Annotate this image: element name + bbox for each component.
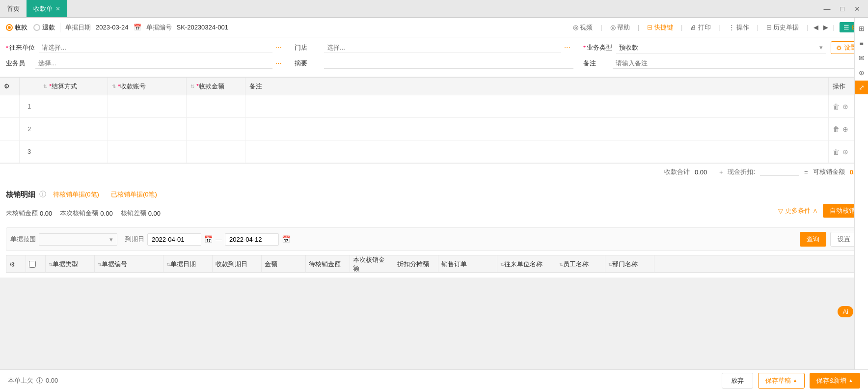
radio-receipt[interactable]: 收款 (6, 23, 27, 32)
form-row-2: 业务员 ··· 摘要 备注 (6, 58, 862, 69)
remark-input[interactable] (613, 58, 862, 69)
sidebar-mail-icon[interactable]: ✉ (855, 51, 868, 65)
range-select[interactable]: ▾ (39, 233, 117, 246)
remark-input-2[interactable] (249, 125, 824, 133)
cell-settle-1[interactable] (39, 95, 108, 117)
radio-receipt-label: 收款 (15, 23, 27, 32)
sidebar-clip-icon[interactable]: ⊕ (855, 66, 868, 80)
copy-icon-2[interactable]: ⊕ (842, 125, 848, 133)
salesperson-input[interactable] (35, 58, 272, 69)
remark-input-3[interactable] (249, 148, 824, 155)
nav-left-icon[interactable]: ◀ (814, 24, 818, 31)
help-btn[interactable]: ◎ 帮助 (607, 22, 633, 33)
delete-icon-3[interactable]: 🗑 (833, 148, 840, 156)
delete-icon-1[interactable]: 🗑 (833, 103, 840, 111)
shop-input[interactable] (324, 42, 561, 53)
gear-icon[interactable]: ⚙ (4, 83, 10, 90)
query-button[interactable]: 查询 (800, 232, 826, 247)
btcol-bill-type: ⇅ 单据类型 (46, 255, 95, 273)
sidebar-expand-icon[interactable]: ⤢ (855, 81, 868, 94)
counterpart-label: 往来单位 (9, 43, 39, 52)
calendar-icon[interactable]: 📅 (134, 24, 141, 31)
counterpart-more-icon[interactable]: ··· (272, 43, 285, 52)
sidebar-table-icon[interactable]: ⊞ (855, 22, 868, 35)
account-input-2[interactable] (112, 125, 182, 133)
settings-button-small[interactable]: 设置 (830, 232, 858, 247)
range-chevron-icon: ▾ (109, 236, 113, 243)
stat-thiswriteoff: 本次核销金额 0.00 (60, 209, 112, 218)
copy-icon-1[interactable]: ⊕ (842, 103, 848, 111)
abandon-button[interactable]: 放弃 (722, 373, 753, 389)
maximize-btn[interactable]: □ (838, 4, 847, 14)
cell-amount-3[interactable] (187, 140, 245, 163)
col-settings[interactable]: ⚙ (0, 78, 20, 95)
amount-info-icon[interactable]: ⓘ (36, 376, 43, 385)
btcol-checkbox[interactable] (26, 255, 46, 273)
amount-input-2[interactable] (190, 125, 241, 133)
stat-diff-label: 核销差额 (121, 209, 146, 218)
cal-from-icon[interactable]: 📅 (204, 235, 213, 243)
operate-btn[interactable]: ⋮ 操作 (726, 22, 752, 33)
print-btn[interactable]: 🖨 打印 (687, 22, 714, 33)
amount-input-3[interactable] (190, 148, 241, 155)
settle-input-2[interactable] (43, 125, 104, 133)
sidebar-list-icon[interactable]: ≡ (855, 36, 868, 50)
cell-account-3[interactable] (108, 140, 187, 163)
video-btn[interactable]: ◎ 视频 (570, 22, 596, 33)
date-to-input[interactable] (225, 233, 279, 246)
cell-account-2[interactable] (108, 118, 187, 140)
bill-date-value[interactable]: 2023-03-24 (96, 24, 129, 31)
counterpart-input[interactable] (39, 42, 272, 53)
btcol-this-label: 本次核销金额 (353, 255, 391, 273)
discount-input[interactable] (760, 168, 799, 176)
cell-amount-1[interactable] (187, 95, 245, 117)
salesperson-label: 业务员 (6, 59, 35, 68)
summary-input[interactable] (324, 58, 573, 69)
cell-remark-1[interactable] (245, 95, 829, 117)
radio-refund[interactable]: 退款 (33, 23, 55, 32)
settle-input-3[interactable] (43, 148, 104, 155)
cal-to-icon[interactable]: 📅 (282, 235, 290, 243)
cell-settings-3 (0, 140, 20, 163)
shortcut-btn[interactable]: ⊟ 快捷键 (644, 22, 676, 33)
account-input-1[interactable] (112, 103, 182, 110)
remark-input-1[interactable] (249, 103, 824, 110)
amount-input-1[interactable] (190, 103, 241, 110)
tab-close-icon[interactable]: ✕ (55, 5, 60, 12)
close-btn[interactable]: ✕ (851, 4, 863, 14)
cell-settle-2[interactable] (39, 118, 108, 140)
ai-badge[interactable]: Ai (838, 306, 853, 317)
cell-account-1[interactable] (108, 95, 187, 117)
writeoff-title: 核销明细 (6, 190, 35, 199)
help-icon: ◎ (610, 24, 616, 31)
copy-icon-3[interactable]: ⊕ (842, 148, 848, 156)
cell-remark-3[interactable] (245, 140, 829, 163)
tab-receipt[interactable]: 收款单 ✕ (27, 0, 67, 17)
tab-home[interactable]: 首页 (0, 0, 27, 17)
cell-remark-2[interactable] (245, 118, 829, 140)
cell-settle-3[interactable] (39, 140, 108, 163)
btcol-gear[interactable]: ⚙ (6, 255, 26, 273)
history-btn[interactable]: ⊟ 历史单据 (763, 22, 802, 33)
salesperson-more-icon[interactable]: ··· (272, 59, 285, 68)
nav-right-icon[interactable]: ▶ (823, 24, 828, 31)
draft-button[interactable]: 保存草稿 ▲ (758, 373, 805, 389)
bill-no-value[interactable]: SK-20230324-001 (177, 24, 229, 31)
info-icon[interactable]: ⓘ (39, 190, 46, 199)
done-tab[interactable]: 已核销单据(0笔) (108, 189, 160, 200)
pending-tab[interactable]: 待核销单据(0笔) (50, 189, 102, 200)
save-button[interactable]: 保存&新增 ▲ (810, 373, 860, 389)
settle-input-1[interactable] (43, 103, 104, 110)
bt-gear-icon[interactable]: ⚙ (9, 261, 15, 268)
select-all-checkbox[interactable] (29, 261, 36, 268)
btcol-staff-name: ⇅ 员工名称 (556, 255, 605, 273)
delete-icon-2[interactable]: 🗑 (833, 125, 840, 133)
top-toolbar: 收款 退款 单据日期 2023-03-24 📅 单据编号 SK-20230324… (0, 18, 868, 37)
biz-type-select[interactable]: 预收款 ▾ (616, 42, 826, 54)
more-conditions-btn[interactable]: ▽ 更多条件 ∧ (778, 206, 818, 215)
minimize-btn[interactable]: — (821, 4, 834, 14)
date-from-input[interactable] (147, 233, 201, 246)
cell-amount-2[interactable] (187, 118, 245, 140)
account-input-3[interactable] (112, 148, 182, 155)
shop-more-icon[interactable]: ··· (561, 43, 573, 52)
